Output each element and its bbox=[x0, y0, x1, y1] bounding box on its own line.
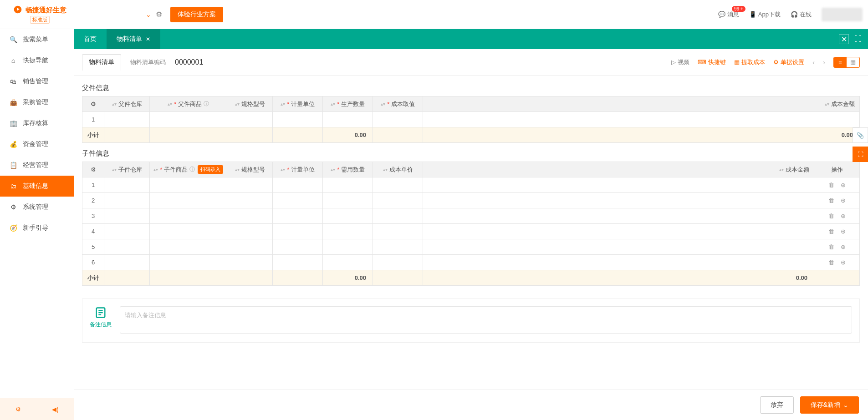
money-icon: 💰 bbox=[9, 140, 17, 148]
col-parent-qty[interactable]: ▴▾生产数量 bbox=[323, 96, 373, 112]
view-grid-icon[interactable]: ▦ bbox=[847, 57, 859, 67]
video-link[interactable]: ▷视频 bbox=[671, 58, 689, 66]
gear-icon: ⚙ bbox=[773, 59, 779, 66]
col-parent-product[interactable]: ▴▾父件商品ⓘ bbox=[150, 96, 227, 112]
sidebar-item-sales[interactable]: 🛍销售管理 bbox=[0, 71, 74, 92]
table-row[interactable]: 5🗑⊕ bbox=[82, 239, 860, 255]
sidebar-item-label: 资金管理 bbox=[23, 140, 48, 148]
table-row[interactable]: 2🗑⊕ bbox=[82, 193, 860, 208]
col-parent-cost-basis[interactable]: ▴▾成本取值 bbox=[373, 96, 423, 112]
prev-icon[interactable]: ‹ bbox=[812, 58, 815, 66]
child-section-title: 子件信息 bbox=[82, 149, 860, 158]
col-parent-unit[interactable]: ▴▾计量单位 bbox=[273, 96, 323, 112]
sort-icon: ▴▾ bbox=[168, 103, 172, 106]
sort-icon: ▴▾ bbox=[112, 103, 117, 106]
logo[interactable]: 畅捷通好生意 标准版 bbox=[5, 5, 74, 24]
col-parent-warehouse[interactable]: ▴▾父件仓库 bbox=[104, 96, 150, 112]
add-row-icon[interactable]: ⊕ bbox=[841, 197, 846, 204]
delete-icon[interactable]: 🗑 bbox=[828, 213, 834, 219]
gear-header[interactable]: ⚙ bbox=[82, 162, 104, 177]
shortcut-link[interactable]: ⌨快捷键 bbox=[698, 58, 726, 66]
scan-tag[interactable]: 扫码录入 bbox=[198, 165, 223, 174]
col-child-qty[interactable]: ▴▾需用数量 bbox=[323, 162, 373, 177]
sidebar-item-label: 系统管理 bbox=[23, 203, 48, 211]
subtotal-label: 小计 bbox=[82, 127, 104, 143]
sidebar-item-search[interactable]: 🔍搜索菜单 bbox=[0, 29, 74, 50]
sidebar-item-business[interactable]: 📋经营管理 bbox=[0, 155, 74, 176]
sidebar-item-guide[interactable]: 🧭新手引导 bbox=[0, 218, 74, 238]
home-icon: ⌂ bbox=[9, 56, 17, 65]
subtotal-qty: 0.00 bbox=[323, 270, 373, 286]
notes-input[interactable] bbox=[120, 306, 852, 334]
table-row[interactable]: 3🗑⊕ bbox=[82, 208, 860, 224]
messages-link[interactable]: 💬 消息 99 + bbox=[718, 10, 739, 19]
expand-icon[interactable]: ⛶ bbox=[853, 33, 863, 45]
table-row[interactable]: 1 bbox=[82, 112, 860, 127]
sidebar-item-base-info[interactable]: 🗂基础信息 bbox=[0, 176, 74, 197]
col-child-unit-cost[interactable]: ▴▾成本单价 bbox=[373, 162, 423, 177]
sort-icon: ▴▾ bbox=[153, 168, 158, 171]
extract-cost-link[interactable]: ▦提取成本 bbox=[734, 58, 765, 66]
sidebar-item-inventory[interactable]: 🏢库存核算 bbox=[0, 113, 74, 134]
user-avatar[interactable] bbox=[822, 8, 863, 21]
add-row-icon[interactable]: ⊕ bbox=[841, 259, 846, 266]
app-download-link[interactable]: 📱 App下载 bbox=[749, 10, 781, 19]
row-index: 5 bbox=[82, 239, 104, 255]
sidebar-item-label: 新手引导 bbox=[23, 224, 48, 232]
table-row[interactable]: 6🗑⊕ bbox=[82, 255, 860, 270]
brand-edition: 标准版 bbox=[30, 16, 50, 24]
sidebar-item-quicknav[interactable]: ⌂快捷导航 bbox=[0, 50, 74, 71]
col-child-warehouse[interactable]: ▴▾子件仓库 bbox=[104, 162, 150, 177]
delete-icon[interactable]: 🗑 bbox=[828, 243, 834, 250]
next-icon[interactable]: › bbox=[823, 58, 825, 66]
cta-button[interactable]: 体验行业方案 bbox=[170, 7, 223, 22]
org-selector[interactable]: ⌄ ⚙ bbox=[92, 9, 162, 20]
table-row[interactable]: 4🗑⊕ bbox=[82, 224, 860, 239]
col-child-spec[interactable]: ▴▾规格型号 bbox=[227, 162, 273, 177]
support-link[interactable]: 🎧 在线 bbox=[791, 10, 812, 19]
col-child-product[interactable]: ▴▾子件商品ⓘ扫码录入 bbox=[150, 162, 227, 177]
gear-icon: ⚙ bbox=[91, 101, 96, 107]
col-parent-cost-amt[interactable]: ▴▾成本金额 bbox=[423, 96, 860, 112]
sort-icon: ▴▾ bbox=[381, 103, 385, 106]
col-parent-spec[interactable]: ▴▾规格型号 bbox=[227, 96, 273, 112]
settings-icon[interactable]: ⚙ bbox=[15, 406, 21, 413]
add-row-icon[interactable]: ⊕ bbox=[841, 243, 846, 250]
tab-home[interactable]: 首页 bbox=[74, 29, 107, 49]
collapse-icon[interactable]: ◀¦ bbox=[52, 406, 58, 413]
table-row[interactable]: 1🗑⊕ bbox=[82, 177, 860, 193]
fullscreen-icon[interactable]: ⛶ bbox=[853, 147, 868, 162]
gear-header[interactable]: ⚙ bbox=[82, 96, 104, 112]
row-index: 6 bbox=[82, 255, 104, 270]
add-row-icon[interactable]: ⊕ bbox=[841, 228, 846, 235]
sidebar-item-purchase[interactable]: 👜采购管理 bbox=[0, 92, 74, 113]
sort-icon: ▴▾ bbox=[235, 168, 240, 171]
add-row-icon[interactable]: ⊕ bbox=[841, 213, 846, 219]
delete-icon[interactable]: 🗑 bbox=[828, 259, 834, 266]
sort-icon: ▴▾ bbox=[779, 168, 784, 171]
sidebar-item-finance[interactable]: 💰资金管理 bbox=[0, 134, 74, 155]
headset-icon: 🎧 bbox=[791, 11, 798, 18]
close-icon[interactable]: ✕ bbox=[146, 36, 150, 42]
sidebar-item-system[interactable]: ⚙系统管理 bbox=[0, 197, 74, 218]
org-selector-value bbox=[92, 9, 141, 20]
close-all-icon[interactable]: ✕ bbox=[839, 34, 849, 44]
col-child-unit[interactable]: ▴▾计量单位 bbox=[273, 162, 323, 177]
col-child-cost-amt[interactable]: ▴▾成本金额 bbox=[423, 162, 814, 177]
chevron-down-icon: ⌄ bbox=[146, 11, 151, 18]
save-add-button[interactable]: 保存&新增 ⌄ bbox=[800, 396, 859, 414]
attachment-icon[interactable]: 📎 bbox=[853, 127, 868, 143]
doc-settings-link[interactable]: ⚙单据设置 bbox=[773, 58, 804, 66]
delete-icon[interactable]: 🗑 bbox=[828, 182, 834, 188]
col-child-ops: 操作 bbox=[814, 162, 860, 177]
discard-button[interactable]: 放弃 bbox=[760, 396, 794, 414]
subheader-tab[interactable]: 物料清单 bbox=[82, 54, 121, 71]
delete-icon[interactable]: 🗑 bbox=[828, 228, 834, 235]
add-row-icon[interactable]: ⊕ bbox=[841, 182, 846, 188]
tab-bom[interactable]: 物料清单 ✕ bbox=[107, 29, 160, 49]
notepad-icon bbox=[94, 306, 107, 319]
notes-icon-block: 备注信息 bbox=[90, 306, 112, 329]
delete-icon[interactable]: 🗑 bbox=[828, 197, 834, 204]
gear-icon[interactable]: ⚙ bbox=[156, 10, 162, 19]
view-list-icon[interactable]: ≡ bbox=[834, 57, 847, 67]
